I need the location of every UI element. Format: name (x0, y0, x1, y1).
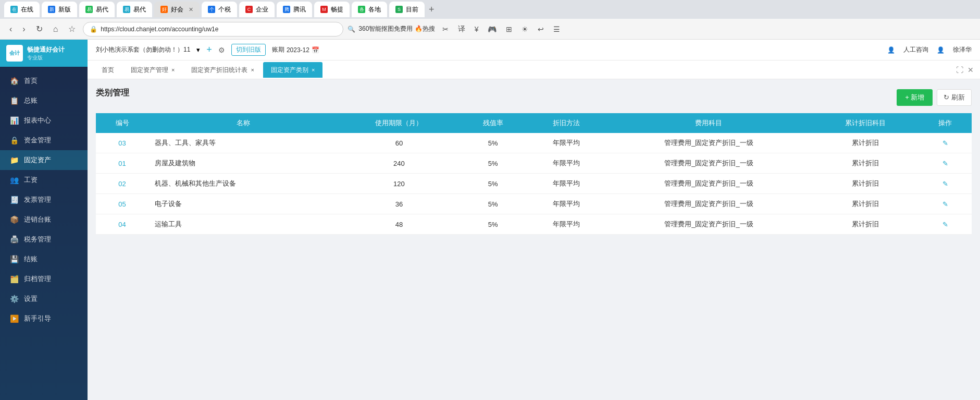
home-icon: 🏠 (9, 76, 19, 86)
sidebar-label-settings: 设置 (24, 294, 38, 304)
edit-button[interactable]: ✎ (942, 200, 948, 208)
add-button[interactable]: + 新增 (897, 89, 933, 106)
add-account-button[interactable]: + (206, 44, 212, 55)
switch-to-old-button[interactable]: 切到旧版 (231, 44, 266, 56)
browser-tab-hao[interactable]: 好 好会 ✕ (154, 2, 200, 17)
col-method: 折旧方法 (526, 113, 606, 133)
edit-button[interactable]: ✎ (942, 160, 948, 167)
game-button[interactable]: 🎮 (485, 24, 500, 34)
sidebar-item-home[interactable]: 🏠 首页 (0, 71, 88, 91)
grid-button[interactable]: ⊞ (503, 24, 515, 34)
col-code: 编号 (96, 113, 148, 133)
translate-button[interactable]: 译 (455, 23, 468, 35)
browser-tab-muqian[interactable]: S 目前 (389, 2, 425, 17)
tab-favicon: C (245, 6, 253, 13)
guide-icon: ▶️ (9, 314, 19, 323)
help-label[interactable]: 人工咨询 (903, 45, 928, 54)
undo-button[interactable]: ↩ (535, 24, 547, 34)
browser-tab-yi1[interactable]: 易 易代 (79, 2, 115, 17)
edit-button[interactable]: ✎ (942, 221, 948, 228)
sidebar-item-archive[interactable]: 🗂️ 归档管理 (0, 269, 88, 289)
edit-button[interactable]: ✎ (942, 139, 948, 147)
sidebar-label-invoice: 发票管理 (24, 195, 51, 204)
browser-tab-tax[interactable]: 个 个税 (202, 2, 237, 17)
sidebar-item-fixed-assets[interactable]: 📁 固定资产 (0, 150, 88, 170)
sidebar-label-archive: 归档管理 (24, 274, 51, 284)
cell-name: 机器、机械和其他生产设备 (148, 174, 338, 194)
bookmark-button[interactable]: ☆ (65, 23, 79, 35)
cell-code: 04 (96, 214, 148, 235)
brightness-button[interactable]: ☀ (518, 24, 531, 34)
browser-tab-gedi[interactable]: 各 各地 (352, 2, 387, 17)
cell-period: 36 (339, 194, 460, 214)
user-info: 刘小艳演示系套（勿删勿动！）11 (96, 45, 190, 54)
wallet-button[interactable]: ¥ (472, 24, 482, 34)
fixed-assets-icon: 📁 (9, 155, 19, 165)
sidebar-item-settings[interactable]: ⚙️ 设置 (0, 289, 88, 309)
sidebar-item-ledger[interactable]: 📋 总账 (0, 91, 88, 111)
search-bar[interactable]: 🔍 360智能抠图免费用 🔥热搜 (348, 25, 435, 33)
sidebar-item-reports[interactable]: 📊 报表中心 (0, 111, 88, 130)
browser-tab-tencent[interactable]: 腾 腾讯 (277, 2, 312, 17)
sidebar-label-home: 首页 (24, 76, 38, 86)
edit-button[interactable]: ✎ (942, 180, 948, 188)
tab-asset-mgmt-close[interactable]: × (171, 67, 175, 73)
browser-tab-new[interactable]: 新 新版 (42, 2, 77, 17)
tab-asset-category-close[interactable]: × (312, 67, 315, 73)
tab-close-icon[interactable]: ✕ (189, 6, 193, 13)
tab-home[interactable]: 首页 (94, 62, 122, 78)
tab-favicon: 易 (85, 6, 93, 13)
tax-icon: 🖨️ (9, 235, 19, 244)
refresh-table-button[interactable]: ↻ 刷新 (937, 89, 972, 106)
cell-rate: 5% (460, 194, 526, 214)
tab-asset-category[interactable]: 固定资产类别 × (263, 62, 322, 78)
menu-button[interactable]: ☰ (550, 24, 563, 34)
logo-text: 畅捷通好会计 专业版 (27, 45, 65, 62)
sidebar-label-closing: 结账 (24, 254, 38, 264)
tab-depreciation-stat[interactable]: 固定资产折旧统计表 × (183, 62, 262, 78)
sidebar-item-guide[interactable]: ▶️ 新手引导 (0, 309, 88, 329)
sidebar-item-funds[interactable]: 🔒 资金管理 (0, 130, 88, 150)
tab-asset-mgmt[interactable]: 固定资产管理 × (123, 62, 182, 78)
sidebar-item-invoice[interactable]: 🧾 发票管理 (0, 190, 88, 210)
scissors-button[interactable]: ✂ (439, 24, 452, 34)
browser-tab-yi2[interactable]: 易 易代 (117, 2, 152, 17)
url-bar[interactable]: 🔒 https://cloud.chanjet.com/accounting/u… (83, 22, 343, 37)
cell-expense: 管理费用_固定资产折旧_一级 (606, 174, 812, 194)
home-button[interactable]: ⌂ (50, 23, 61, 35)
browser-tab-corp[interactable]: C 企业 (239, 2, 275, 17)
tab-home-label: 首页 (102, 66, 114, 75)
logo-icon: 会计 (6, 45, 23, 62)
url-text: https://cloud.chanjet.com/accounting/uw1… (101, 26, 218, 33)
cell-method: 年限平均 (526, 214, 606, 235)
cell-action: ✎ (919, 174, 972, 194)
settings-icon: ⚙️ (9, 294, 19, 304)
tab-favicon: 好 (160, 6, 168, 13)
refresh-button[interactable]: ↻ (33, 23, 46, 35)
tab-depreciation-stat-close[interactable]: × (251, 67, 254, 73)
sidebar-item-closing[interactable]: 💾 结账 (0, 249, 88, 269)
sidebar-label-tax: 税务管理 (24, 235, 51, 244)
back-button[interactable]: ‹ (6, 23, 15, 35)
reports-icon: 📊 (9, 116, 19, 125)
settings-button[interactable]: ⚙ (218, 46, 225, 54)
forward-button[interactable]: › (19, 23, 28, 35)
sidebar-item-tax[interactable]: 🖨️ 税务管理 (0, 229, 88, 249)
browser-tab-changt[interactable]: M 畅提 (314, 2, 350, 17)
cell-depreciation: 累计折旧 (811, 153, 919, 174)
cell-period: 48 (339, 214, 460, 235)
sidebar-item-purchase[interactable]: 📦 进销台账 (0, 210, 88, 229)
dropdown-icon[interactable]: ▾ (196, 46, 200, 54)
tab-actions: ⛶ ✕ (956, 66, 974, 74)
tab-maximize-button[interactable]: ⛶ (956, 66, 963, 74)
sidebar-item-salary[interactable]: 👥 工资 (0, 170, 88, 190)
tab-close-all-button[interactable]: ✕ (967, 66, 974, 74)
col-rate: 残值率 (460, 113, 526, 133)
browser-tabs-bar: 在 在线 新 新版 易 易代 易 易代 好 好会 ✕ 个 个税 C 企业 腾 腾… (0, 0, 980, 19)
tab-favicon: S (395, 6, 403, 13)
calendar-icon[interactable]: 📅 (312, 46, 319, 54)
cell-expense: 管理费用_固定资产折旧_一级 (606, 153, 812, 174)
browser-tab-online[interactable]: 在 在线 (4, 2, 40, 17)
app-header: 刘小艳演示系套（勿删勿动！）11 ▾ + ⚙ 切到旧版 账期 2023-12 📅… (88, 40, 980, 60)
new-tab-button[interactable]: + (427, 4, 437, 15)
